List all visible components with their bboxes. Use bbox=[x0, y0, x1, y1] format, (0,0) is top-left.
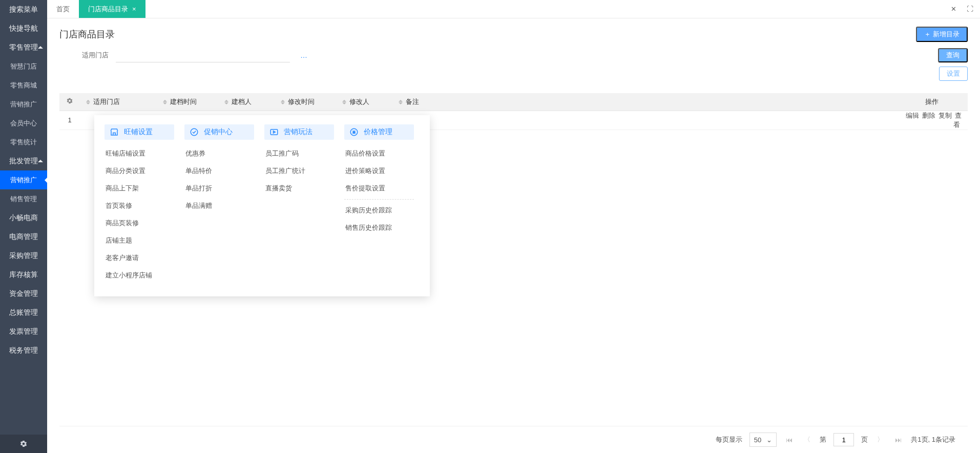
row-action-删除[interactable]: 删除 bbox=[922, 112, 935, 119]
tab-0[interactable]: 首页 bbox=[47, 0, 79, 18]
page-number-input[interactable] bbox=[833, 433, 854, 446]
flyout-item[interactable]: 建立小程序店铺 bbox=[105, 267, 174, 284]
sidebar-item-5[interactable]: 营销推广 bbox=[0, 95, 47, 114]
flyout-header-1: 促销中心 bbox=[184, 124, 254, 140]
sidebar-item-8[interactable]: 批发管理 bbox=[0, 152, 47, 170]
sort-icon bbox=[224, 100, 228, 104]
sidebar-item-0[interactable]: 搜索菜单 bbox=[0, 0, 47, 19]
col-5[interactable]: 备注 bbox=[392, 93, 896, 111]
flyout-item[interactable]: 店铺主题 bbox=[105, 232, 174, 249]
sidebar-item-1[interactable]: 快捷导航 bbox=[0, 19, 47, 38]
tab-close-icon[interactable]: × bbox=[132, 5, 136, 13]
flyout-item[interactable]: 商品分类设置 bbox=[105, 162, 174, 180]
new-catalog-button[interactable]: ＋ 新增目录 bbox=[916, 27, 968, 42]
flyout-item[interactable]: 售价提取设置 bbox=[344, 180, 414, 197]
flyout-header-2: 营销玩法 bbox=[264, 124, 334, 140]
tab-1[interactable]: 门店商品目录× bbox=[79, 0, 145, 18]
chevron-down-icon: ⌄ bbox=[766, 436, 772, 444]
sidebar-item-7[interactable]: 零售统计 bbox=[0, 133, 47, 152]
sidebar-item-6[interactable]: 会员中心 bbox=[0, 114, 47, 133]
col-6[interactable]: 操作 bbox=[896, 93, 968, 111]
last-page-button[interactable]: ⏭ bbox=[893, 436, 904, 444]
sidebar-item-10[interactable]: 销售管理 bbox=[0, 189, 47, 208]
marketing-flyout: 旺铺设置旺铺店铺设置商品分类设置商品上下架首页装修商品页装修店铺主题老客户邀请建… bbox=[94, 115, 430, 296]
sidebar-item-17[interactable]: 发票管理 bbox=[0, 322, 47, 341]
flyout-item[interactable]: 采购历史价跟踪 bbox=[344, 202, 414, 219]
sort-icon bbox=[86, 100, 90, 104]
filter-more-button[interactable]: … bbox=[300, 51, 308, 59]
svg-rect-1 bbox=[270, 130, 278, 135]
col-2[interactable]: 建档人 bbox=[218, 93, 275, 111]
flyout-item[interactable]: 销售历史价跟踪 bbox=[344, 219, 414, 236]
pager: 每页显示 50 ⌄ ⏮ 〈 第 页 〉 ⏭ 共1页, 1条记录 bbox=[59, 426, 968, 453]
col-0[interactable]: 适用门店 bbox=[80, 93, 157, 111]
col-3[interactable]: 修改时间 bbox=[275, 93, 336, 111]
sort-icon bbox=[281, 100, 285, 104]
flyout-item[interactable]: 旺铺店铺设置 bbox=[105, 145, 174, 162]
sidebar-item-9[interactable]: 营销推广 bbox=[0, 170, 47, 189]
svg-point-0 bbox=[191, 128, 198, 136]
gear-icon bbox=[19, 440, 28, 448]
flyout-item[interactable]: 首页装修 bbox=[105, 197, 174, 214]
pager-summary: 共1页, 1条记录 bbox=[911, 435, 955, 444]
page-size-select[interactable]: 50 ⌄ bbox=[749, 433, 777, 447]
sidebar-item-11[interactable]: 小畅电商 bbox=[0, 208, 47, 227]
filter-store-label: 适用门店 bbox=[82, 51, 109, 60]
sidebar-item-16[interactable]: 总账管理 bbox=[0, 303, 47, 322]
sort-icon bbox=[399, 100, 403, 104]
row-action-编辑[interactable]: 编辑 bbox=[906, 112, 919, 119]
flyout-item[interactable]: 员工推广统计 bbox=[264, 162, 334, 180]
sidebar-item-2[interactable]: 零售管理 bbox=[0, 38, 47, 57]
sidebar-item-13[interactable]: 采购管理 bbox=[0, 246, 47, 265]
sidebar-item-3[interactable]: 智慧门店 bbox=[0, 57, 47, 76]
sort-icon bbox=[342, 100, 346, 104]
flyout-item[interactable]: 商品页装修 bbox=[105, 214, 174, 232]
filter-store-input[interactable] bbox=[116, 48, 290, 62]
prev-page-button[interactable]: 〈 bbox=[802, 435, 812, 444]
sidebar: 搜索菜单快捷导航零售管理智慧门店零售商城营销推广会员中心零售统计批发管理营销推广… bbox=[0, 0, 47, 453]
page-title: 门店商品目录 bbox=[59, 28, 115, 40]
next-page-button[interactable]: 〉 bbox=[875, 435, 886, 444]
sidebar-item-15[interactable]: 资金管理 bbox=[0, 284, 47, 303]
sidebar-settings[interactable] bbox=[0, 435, 47, 453]
close-icon[interactable]: ✕ bbox=[946, 2, 961, 16]
settings-button[interactable]: 设置 bbox=[939, 67, 968, 81]
row-action-查看[interactable]: 查看 bbox=[953, 112, 962, 128]
flyout-item[interactable]: 员工推广码 bbox=[264, 145, 334, 162]
table-settings-header[interactable] bbox=[59, 93, 80, 111]
flyout-item[interactable]: 进价策略设置 bbox=[344, 162, 414, 180]
first-page-button[interactable]: ⏮ bbox=[784, 436, 795, 444]
flyout-item[interactable]: 优惠券 bbox=[184, 145, 254, 162]
flyout-item[interactable]: 直播卖货 bbox=[264, 180, 334, 197]
sort-icon bbox=[163, 100, 167, 104]
sidebar-item-18[interactable]: 税务管理 bbox=[0, 341, 47, 360]
col-4[interactable]: 修改人 bbox=[336, 93, 392, 111]
flyout-item[interactable]: 单品打折 bbox=[184, 180, 254, 197]
gear-icon bbox=[66, 97, 73, 104]
flyout-item[interactable]: 单品特价 bbox=[184, 162, 254, 180]
flyout-header-0: 旺铺设置 bbox=[105, 124, 174, 140]
tabbar: 首页门店商品目录× ✕ ⛶ bbox=[47, 0, 980, 18]
row-action-复制[interactable]: 复制 bbox=[939, 112, 952, 119]
flyout-item[interactable]: 老客户邀请 bbox=[105, 249, 174, 267]
per-page-label: 每页显示 bbox=[716, 435, 742, 444]
query-button[interactable]: 查询 bbox=[938, 48, 968, 62]
flyout-item[interactable]: 单品满赠 bbox=[184, 197, 254, 214]
plus-icon: ＋ bbox=[924, 30, 931, 39]
col-1[interactable]: 建档时间 bbox=[157, 93, 218, 111]
sidebar-item-4[interactable]: 零售商城 bbox=[0, 76, 47, 95]
sidebar-item-14[interactable]: 库存核算 bbox=[0, 265, 47, 284]
chevron-up-icon bbox=[38, 46, 43, 49]
chevron-up-icon bbox=[38, 160, 43, 162]
fullscreen-icon[interactable]: ⛶ bbox=[963, 2, 977, 16]
flyout-item[interactable]: 商品价格设置 bbox=[344, 145, 414, 162]
flyout-header-3: 价格管理 bbox=[344, 124, 414, 140]
sidebar-item-12[interactable]: 电商管理 bbox=[0, 227, 47, 246]
flyout-item[interactable]: 商品上下架 bbox=[105, 180, 174, 197]
